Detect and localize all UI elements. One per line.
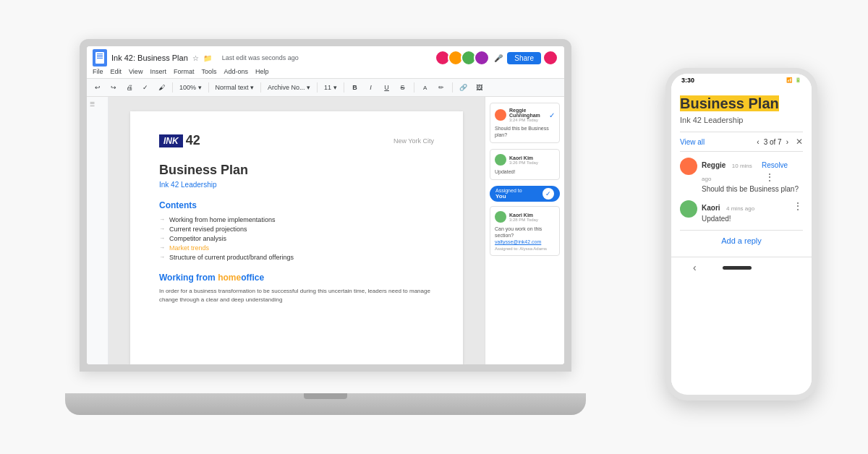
image-button[interactable]: 🖼 [473,81,486,94]
assigned-label: Assigned to You [495,188,522,200]
docs-menu-bar: File Edit View Insert Format Tools Add-o… [93,68,558,75]
assigned-you-text: You [495,193,522,200]
comment-navigation: ‹ 3 of 7 › ✕ [757,137,803,147]
paint-format-button[interactable]: 🖌 [155,81,168,94]
last-edit-text: Last edit was seconds ago [222,54,299,61]
nav-next-button[interactable]: › [786,138,788,146]
doc-home-highlight: home [218,273,241,283]
comment-card-3: Kaori Kim 3:28 PM Today Can you work on … [490,206,560,256]
menu-tools[interactable]: Tools [201,68,216,75]
redo-button[interactable]: ↪ [107,81,120,94]
assigned-to-text: Assigned to [495,188,522,193]
phone-comment-2-more[interactable]: ⋮ [793,200,803,212]
view-all-button[interactable]: View all [680,138,705,146]
phone-comment-1-header: Reggie 10 mins ago Resolve ⋮ [702,158,803,184]
comment-1-check-icon: ✓ [549,111,555,119]
docs-filename: Ink 42: Business Plan [111,53,188,62]
docs-title-bar: Ink 42: Business Plan ☆ 📁 Last edit was … [93,49,558,67]
comment-card-2-header: Kaori Kim 3:26 PM Today [495,154,555,166]
phone-status-bar: 3:30 📶 🔋 [671,74,812,87]
menu-insert[interactable]: Insert [150,68,166,75]
comment-3-author: Kaori Kim [509,213,555,218]
star-icon: ☆ [192,54,199,62]
docs-title-left: Ink 42: Business Plan ☆ 📁 Last edit was … [93,49,299,67]
phone: 3:30 📶 🔋 Business Plan Ink 42 Leadership… [665,68,817,401]
phone-comment-section: Reggie 10 mins ago Resolve ⋮ Should this… [671,152,812,257]
phone-doc-title: Business Plan [680,95,779,111]
phone-comment-1-text: Should this be Business plan? [702,185,803,193]
docs-content: ☰ INK 42 New York City [87,97,564,364]
add-reply-button[interactable]: Add a reply [680,230,803,251]
wifi-icon: 📶 [786,77,793,83]
phone-comment-1-author: Reggie [702,161,726,169]
underline-button[interactable]: U [380,81,393,94]
italic-button[interactable]: I [365,81,378,94]
phone-comment-2-time: 4 mins ago [726,205,754,212]
toolbar-separator-7 [452,82,453,93]
phone-comment-2-text: Updated! [702,215,803,223]
laptop-screen-inner: Ink 42: Business Plan ☆ 📁 Last edit was … [87,46,564,364]
undo-button[interactable]: ↩ [91,81,104,94]
text-color-button[interactable]: A [419,81,432,94]
doc-contents-heading: Contents [159,200,434,210]
phone-comment-1-avatar [680,158,697,175]
link-button[interactable]: 🔗 [457,81,470,94]
laptop-base [65,393,586,415]
phone-status-icons: 📶 🔋 [786,77,801,83]
scene: Ink 42: Business Plan ☆ 📁 Last edit was … [36,25,832,429]
bold-button[interactable]: B [349,81,362,94]
comment-3-meta: Kaori Kim 3:28 PM Today [509,213,555,222]
phone-comment-2: Kaori 4 mins ago ⋮ Updated! [680,200,803,223]
menu-format[interactable]: Format [174,68,195,75]
share-button[interactable]: Share [507,52,541,64]
doc-title: Business Plan [159,163,434,178]
strikethrough-button[interactable]: S [396,81,409,94]
phone-doc-header: Business Plan Ink 42 Leadership [671,87,812,132]
phone-home-indicator[interactable] [723,266,752,270]
phone-comment-2-header: Kaori 4 mins ago ⋮ [702,200,803,213]
nav-close-button[interactable]: ✕ [796,137,803,147]
comment-card-1: Reggie Cunningham 3:24 PM Today ✓ Should… [490,103,560,143]
laptop-screen: Ink 42: Business Plan ☆ 📁 Last edit was … [80,39,571,372]
menu-view[interactable]: View [129,68,142,75]
font-select[interactable]: Archive No... ▾ [265,83,312,92]
comment-2-author: Kaori Kim [509,155,555,160]
toolbar-separator-6 [414,82,414,93]
doc-contents-list: Working from home implementations Curren… [159,216,434,261]
comment-1-text: Should this be Business plan? [495,125,555,138]
collaborator-avatars [435,50,490,66]
phone-view-all-bar: View all ‹ 3 of 7 › ✕ [671,132,812,151]
resolve-button[interactable]: Resolve [762,161,788,169]
comment-card-2: Kaori Kim 3:26 PM Today Updated! [490,149,560,180]
docs-page-area: INK 42 New York City Business Plan Ink 4… [109,97,485,364]
highlight-button[interactable]: ✏ [435,81,448,94]
menu-help[interactable]: Help [255,68,269,75]
docs-icon-inner [95,52,104,64]
toolbar-separator-1 [172,82,173,93]
font-size-select[interactable]: 11 ▾ [322,83,339,92]
comment-2-text: Updated! [495,168,555,175]
nav-prev-button[interactable]: ‹ [757,138,759,146]
comment-2-avatar [495,154,506,166]
avatar-4 [474,50,490,66]
paragraph-style-select[interactable]: Normal text ▾ [213,83,257,92]
phone-back-button[interactable]: ‹ [693,262,697,273]
print-button[interactable]: 🖨 [123,81,136,94]
zoom-select[interactable]: 100% ▾ [177,83,204,92]
phone-comment-1: Reggie 10 mins ago Resolve ⋮ Should this… [680,158,803,193]
comment-3-link[interactable]: valtysse@ink42.com [495,239,541,244]
doc-logo: INK 42 [159,133,200,148]
comment-card-3-header: Kaori Kim 3:28 PM Today [495,211,555,223]
comment-1-meta: Reggie Cunningham 3:24 PM Today [509,108,549,122]
assigned-badge: Assigned to You ✓ [490,186,560,202]
phone-comment-1-more[interactable]: ⋮ [765,171,775,183]
menu-file[interactable]: File [93,68,103,75]
doc-logo-box: INK [159,134,183,147]
phone-comment-2-body: Kaori 4 mins ago ⋮ Updated! [702,200,803,223]
docs-icon [93,49,107,67]
comment-3-assignee: Assigned to: Alyssa Adams [495,247,555,251]
menu-edit[interactable]: Edit [111,68,122,75]
menu-addons[interactable]: Add-ons [224,68,248,75]
voice-icon: 🎤 [494,54,503,62]
spellcheck-button[interactable]: ✓ [139,81,152,94]
